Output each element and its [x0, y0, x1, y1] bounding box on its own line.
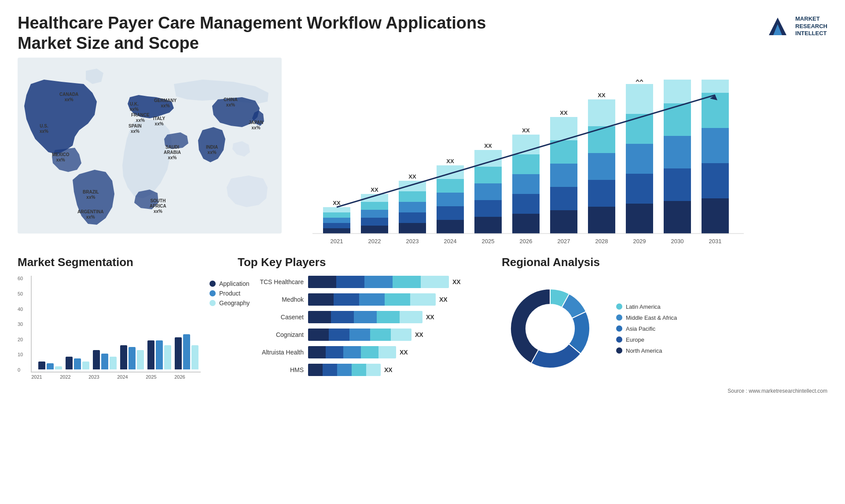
map-label-brazil: BRAZILxx%	[83, 190, 99, 200]
seg-bar-group	[147, 340, 171, 369]
seg-bar	[147, 340, 154, 369]
donut-legend-label: North America	[626, 347, 662, 354]
seg-bar	[101, 354, 108, 370]
source-text: Source : www.marketresearchintellect.com	[0, 386, 845, 396]
map-label-india: INDIAxx%	[206, 145, 218, 155]
player-name: Altruista Health	[238, 349, 304, 356]
donut-legend-dot	[616, 336, 622, 343]
map-label-saudi: SAUDIARABIAxx%	[164, 145, 181, 161]
player-name: HMS	[238, 366, 304, 373]
player-row: CognizantXX	[238, 329, 493, 341]
donut-legend-label: Middle East & Africa	[626, 314, 677, 321]
map-label-southafrica: SOUTHAFRICAxx%	[150, 198, 166, 214]
seg-bar-group	[93, 350, 117, 369]
donut-legend-item: Asia Pacific	[616, 325, 677, 332]
seg-bar	[120, 345, 127, 369]
player-bar	[308, 293, 436, 306]
regional-section: Regional Analysis Latin AmericaMiddle Ea…	[502, 256, 827, 381]
seg-bar	[47, 363, 54, 370]
donut-legend: Latin AmericaMiddle East & AfricaAsia Pa…	[616, 303, 677, 354]
player-bar	[308, 311, 422, 323]
seg-bar	[183, 334, 190, 370]
donut-segment	[531, 344, 581, 368]
donut-legend-dot	[616, 325, 622, 332]
donut-legend-item: Europe	[616, 336, 677, 343]
seg-bar	[156, 340, 163, 369]
segmentation-title: Market Segmentation	[18, 256, 229, 269]
donut-legend-dot	[616, 303, 622, 310]
seg-bar	[110, 357, 117, 369]
player-name: Cognizant	[238, 331, 304, 338]
seg-bar	[191, 345, 198, 369]
seg-bar	[82, 362, 89, 369]
player-value: XX	[426, 314, 434, 321]
player-bar-container: XX	[308, 293, 493, 306]
seg-bar-group	[66, 357, 89, 369]
regional-title: Regional Analysis	[502, 256, 827, 269]
player-bar-container: XX	[308, 346, 493, 358]
map-label-germany: GERMANYxx%	[154, 98, 176, 109]
page-title: Healthcare Payer Care Management Workflo…	[18, 13, 486, 53]
main-grid: CANADAxx% U.S.xx% MEXICOxx% BRAZILxx% AR…	[0, 58, 845, 247]
donut-chart	[502, 276, 607, 381]
player-value: XX	[452, 278, 461, 285]
legend-dot-application	[209, 281, 216, 287]
player-row: HMSXX	[238, 364, 493, 376]
map-label-france: FRANCExx%	[131, 113, 150, 123]
donut-legend-item: North America	[616, 347, 677, 354]
bottom-grid: Market Segmentation 60 50 40 30 20 10 0	[0, 247, 845, 386]
map-container: CANADAxx% U.S.xx% MEXICOxx% BRAZILxx% AR…	[18, 58, 282, 234]
donut-legend-dot	[616, 347, 622, 354]
header: Healthcare Payer Care Management Workflo…	[0, 0, 845, 58]
segmentation-chart	[31, 276, 201, 373]
map-section: CANADAxx% U.S.xx% MEXICOxx% BRAZILxx% AR…	[18, 58, 290, 247]
bar-chart-section	[290, 58, 827, 247]
donut-legend-item: Latin America	[616, 303, 677, 310]
player-value: XX	[415, 331, 423, 338]
key-players-section: Top Key Players TCS HealthcareXXMedhokXX…	[238, 256, 493, 381]
player-name: Medhok	[238, 296, 304, 303]
donut-container: Latin AmericaMiddle East & AfricaAsia Pa…	[502, 276, 827, 381]
player-row: CasenetXX	[238, 311, 493, 323]
bar-chart-canvas	[308, 80, 748, 247]
seg-bar	[38, 362, 45, 369]
donut-legend-label: Latin America	[626, 303, 661, 310]
player-bar	[308, 329, 411, 341]
map-label-japan: JAPANxx%	[249, 120, 263, 131]
logo-icon	[764, 13, 791, 40]
logo-text: MARKETRESEARCHINTELLECT	[795, 15, 827, 38]
seg-bar	[74, 358, 81, 370]
seg-bar-group	[38, 362, 62, 369]
player-name: TCS Healthcare	[238, 278, 304, 285]
player-row: MedhokXX	[238, 293, 493, 306]
seg-bar	[93, 350, 100, 369]
players-container: TCS HealthcareXXMedhokXXCasenetXXCogniza…	[238, 276, 493, 376]
player-row: TCS HealthcareXX	[238, 276, 493, 288]
player-value: XX	[400, 349, 408, 356]
seg-bar	[55, 366, 62, 369]
player-row: Altruista HealthXX	[238, 346, 493, 358]
map-label-argentina: ARGENTINAxx%	[77, 209, 103, 220]
seg-bar	[129, 347, 136, 369]
map-label-uk: U.K.xx%	[130, 102, 139, 112]
player-value: XX	[384, 366, 393, 373]
player-bar	[308, 364, 381, 376]
map-label-china: CHINAxx%	[224, 97, 238, 108]
player-bar-container: XX	[308, 329, 493, 341]
map-label-canada: CANADAxx%	[59, 92, 78, 102]
seg-bar-group	[120, 345, 144, 369]
seg-bar	[175, 337, 182, 369]
map-label-mexico: MEXICOxx%	[52, 152, 69, 163]
map-label-spain: SPAINxx%	[129, 124, 142, 134]
player-bar-container: XX	[308, 276, 493, 288]
player-bar-container: XX	[308, 364, 493, 376]
player-bar	[308, 346, 396, 358]
bar-chart-wrapper	[308, 80, 827, 247]
player-value: XX	[439, 296, 448, 303]
segmentation-section: Market Segmentation 60 50 40 30 20 10 0	[18, 256, 229, 381]
seg-bar	[164, 345, 171, 369]
logo-block: MARKETRESEARCHINTELLECT	[764, 13, 827, 40]
legend-dot-geography	[209, 300, 216, 306]
map-label-us: U.S.xx%	[40, 124, 48, 134]
key-players-title: Top Key Players	[238, 256, 493, 269]
